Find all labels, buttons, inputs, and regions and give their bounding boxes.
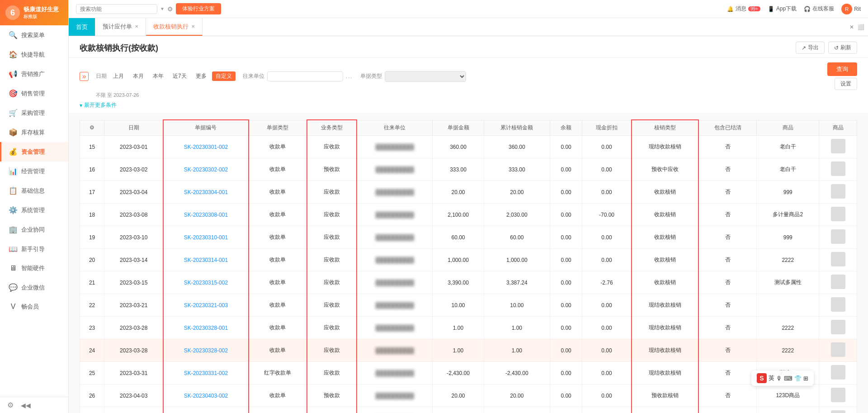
floating-shirt-icon[interactable]: 👕 [794,375,802,382]
cell-docno: SK-20230302-002 [163,158,248,181]
topbar: ▼ ⚙ 体验行业方案 🔔 消息 99+ 📱 App下载 🎧 在线客服 R Rit [69,0,868,18]
main-area: ▼ ⚙ 体验行业方案 🔔 消息 99+ 📱 App下载 🎧 在线客服 R Rit [69,0,868,413]
sidebar-item-purchase[interactable]: 🛒 采购管理 [0,103,68,123]
tab-expand-icon[interactable]: ⬜ [858,24,864,30]
sidebar-label-guide: 新手引导 [21,245,45,253]
sidebar-item-finance[interactable]: 💰 资金管理 [0,142,68,161]
cell-amount: 1.00 [433,317,484,339]
settings-btn[interactable]: 设置 [835,78,857,90]
notification-badge: 99+ [748,6,760,11]
cell-no: 22 [80,294,104,317]
docno-link[interactable]: SK-20230331-002 [184,370,228,376]
notification-action[interactable]: 🔔 消息 99+ [727,5,760,13]
sidebar-item-sales[interactable]: 🎯 销售管理 [0,84,68,103]
docno-link[interactable]: SK-20230301-002 [184,144,228,150]
sidebar-bottom: ⚙ ◀◀ [0,397,68,413]
doctype-label: 单据类型 [360,72,382,80]
cell-voidamt: 20.00 [484,385,550,407]
product-thumbnail [831,161,845,176]
cell-biztype: 预收款 [307,385,357,407]
th-settings[interactable]: ⚙ [80,120,104,136]
sidebar-item-basic[interactable]: 📋 基础信息 [0,181,68,200]
tab-close-all-icon[interactable]: ✕ [849,24,854,30]
collapse-icon[interactable]: ◀◀ [21,402,31,409]
industry-btn[interactable]: 体验行业方案 [176,3,221,14]
date-this-month-btn[interactable]: 本月 [129,71,147,81]
floating-grid-icon[interactable]: ⊞ [803,375,808,382]
cell-product2 [819,362,857,385]
docno-link[interactable]: SK-20230315-002 [184,280,228,286]
topbar-gear-icon[interactable]: ⚙ [167,5,173,13]
tab-prepay[interactable]: 预计应付单 ✕ [95,18,146,36]
cell-docno: SK-20230310-001 [163,226,248,249]
cell-docno: SK-20230331-002 [163,362,248,385]
date-this-year-btn[interactable]: 本年 [149,71,167,81]
docno-link[interactable]: SK-20230328-002 [184,347,228,354]
sidebar-label-corp: 企业协同 [21,226,45,234]
inventory-icon: 📦 [9,128,18,137]
docno-link[interactable]: SK-20230304-001 [184,189,228,195]
cell-amount: 360.00 [433,136,484,158]
sidebar-item-system[interactable]: ⚙️ 系统管理 [0,200,68,220]
void-tab-label: 收款核销执行 [153,23,189,31]
prepay-tab-close-icon[interactable]: ✕ [135,24,138,29]
cell-discount: 0.00 [582,226,632,249]
settings-icon[interactable]: ⚙ [7,401,14,409]
cell-docno: SK-20230321-003 [163,294,248,317]
doctype-select[interactable] [385,71,466,82]
date-last-month-btn[interactable]: 上月 [109,71,127,81]
date-7days-btn[interactable]: 近7天 [169,71,190,81]
floating-keyboard-icon[interactable]: ⌨ [784,375,793,382]
export-btn[interactable]: ↗ 导出 [796,42,825,54]
docno-link[interactable]: SK-20230308-001 [184,212,228,218]
docno-link[interactable]: SK-20230321-003 [184,302,228,309]
cell-voidamt: 1.00 [484,339,550,362]
cell-biztype: 应收款 [307,294,357,317]
user-avatar: R [841,4,852,14]
cell-doctype: 收款单 [249,226,307,249]
app-download-action[interactable]: 📱 App下载 [768,5,797,13]
th-voidtype: 核销类型 [632,120,698,136]
floating-mic-icon[interactable]: 🎙 [776,375,782,382]
docno-link[interactable]: SK-20230310-001 [184,234,228,241]
filter-dates: 上月 本月 本年 近7天 更多 自定义 [109,71,236,81]
sidebar-item-inventory[interactable]: 📦 库存核算 [0,123,68,142]
online-service-action[interactable]: 🎧 在线客服 [804,5,834,13]
date-custom-btn[interactable]: 自定义 [212,71,236,81]
topbar-search[interactable] [76,4,157,14]
user-action[interactable]: R Rit [841,4,861,14]
cell-voidamt: 60.00 [484,226,550,249]
sidebar-item-wechat[interactable]: 💬 企业微信 [0,278,68,297]
docno-link[interactable]: SK-20230403-002 [184,393,228,399]
date-more-btn[interactable]: 更多 [192,71,210,81]
system-icon: ⚙️ [9,206,18,214]
docno-link[interactable]: SK-20230302-002 [184,166,228,173]
cell-no: 25 [80,362,104,385]
cell-product2 [819,317,857,339]
void-tab-close-icon[interactable]: ✕ [191,24,195,29]
tab-home[interactable]: 首页 [69,18,95,36]
expand-filter-btn[interactable]: » [80,72,89,81]
sidebar-item-member[interactable]: V 畅会员 [0,297,68,316]
cell-balance: 0.00 [550,249,582,271]
docno-link[interactable]: SK-20230314-001 [184,257,228,263]
sidebar-item-hardware[interactable]: 🖥 智能硬件 [0,259,68,278]
table-row: 19 2023-03-10 SK-20230310-001 收款单 应收款 ██… [80,226,857,249]
query-btn[interactable]: 查询 [827,62,857,76]
cell-no: 19 [80,226,104,249]
sidebar-item-search[interactable]: 🔍 搜索菜单 [0,25,68,45]
tab-void[interactable]: 收款核销执行 ✕ [146,18,203,36]
cell-docno: SK-20230301-002 [163,136,248,158]
sidebar-item-guide[interactable]: 📖 新手引导 [0,239,68,259]
docno-link[interactable]: SK-20230328-001 [184,325,228,331]
sidebar-item-marketing[interactable]: 📢 营销推广 [0,64,68,84]
sidebar-item-quicknav[interactable]: 🏠 快捷导航 [0,45,68,64]
counterpart-input[interactable] [267,71,343,81]
cell-doctype: 收款单 [249,204,307,226]
sidebar-label-search: 搜索菜单 [21,31,45,39]
refresh-btn[interactable]: ↺ 刷新 [828,42,857,54]
cell-settled: 否 [698,385,756,407]
sidebar-item-operation[interactable]: 📊 经营管理 [0,161,68,181]
expand-more-btn[interactable]: ▾ 展开更多条件 [80,101,857,109]
sidebar-item-corp[interactable]: 🏢 企业协同 [0,220,68,239]
